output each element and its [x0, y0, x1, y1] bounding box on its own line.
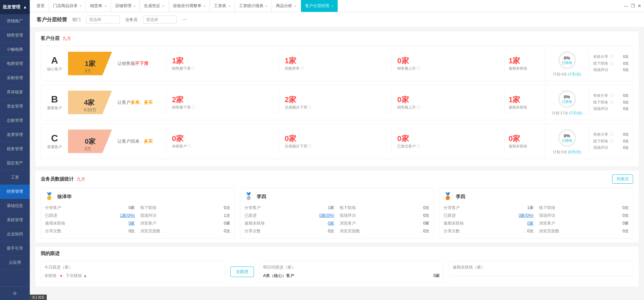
sidebar-item-云应用[interactable]: 云应用	[0, 256, 30, 270]
page-title: 客户分层经营	[37, 17, 67, 23]
staff-stat-val[interactable]: 0家	[527, 221, 534, 226]
stat-row: 现场拜访 0次	[593, 67, 629, 73]
tab-close-icon[interactable]: ×	[162, 4, 164, 8]
stat-row: 线下联络 ⓘ 0次	[593, 60, 629, 67]
circle-text: 0% 已联络	[562, 55, 572, 65]
staff-stat-val: 0次	[423, 213, 430, 218]
sidebar-item-总账管理[interactable]: 总账管理	[0, 114, 30, 128]
contact-num: 0家	[509, 134, 541, 144]
tab-首页[interactable]: 首页	[33, 0, 49, 12]
tomorrow-followup-title: 明日待跟进（家）	[263, 264, 440, 270]
tab-生成凭证[interactable]: 生成凭证×	[140, 0, 169, 12]
tab-close-icon[interactable]: ×	[104, 4, 106, 8]
tab-客户分层经营[interactable]: 客户分层经营×	[301, 0, 338, 12]
stat-label: 线下联络 ⓘ	[593, 99, 614, 106]
sidebar-header: 批发管理 ▲	[0, 0, 30, 14]
tab-店铺管理[interactable]: 店铺管理×	[111, 0, 140, 12]
settings-icon[interactable]: ⚙	[0, 286, 30, 300]
staff-stat-val: 0次	[622, 205, 629, 211]
more-options-icon[interactable]: ···	[182, 17, 187, 23]
tab-bar: 首页门店商品目录×销货单×店铺管理×生成凭证×应收应付调整单×工资表×工资统计报…	[30, 0, 644, 12]
stat-row: 线下联络 ⓘ 0次	[593, 138, 629, 145]
tab-门店商品目录[interactable]: 门店商品目录×	[49, 0, 86, 12]
staff-stat-label: 逾期未联络	[444, 221, 464, 226]
sidebar-item-小畅电商[interactable]: 小畅电商	[0, 43, 30, 57]
sidebar-item-新手引导[interactable]: 新手引导	[0, 241, 30, 256]
staff-stat-val[interactable]: 0家	[328, 221, 334, 226]
tab-工资统计报表[interactable]: 工资统计报表×	[235, 0, 272, 12]
stat-label: 现场拜访	[593, 144, 608, 151]
sidebar-item-销售管理[interactable]: 销售管理	[0, 28, 30, 43]
stat-row: 有效分享 ⓘ 0次	[593, 92, 629, 99]
metric-num: 2家	[285, 95, 386, 105]
list-view-button[interactable]: 列表式	[612, 175, 633, 184]
tab-销货单[interactable]: 销货单×	[86, 0, 111, 12]
staff-stat-val[interactable]: 0家	[129, 221, 135, 226]
tab-close-icon[interactable]: ×	[80, 4, 82, 8]
tab-工资表[interactable]: 工资表×	[210, 0, 235, 12]
circle-plan: 计划 17次 (7天/次)	[552, 111, 582, 116]
staff-select[interactable]: 请选择	[143, 16, 177, 24]
sidebar-item-企业协同[interactable]: 企业协同	[0, 227, 30, 241]
circle-text: 0% 已联络	[562, 94, 572, 104]
sidebar-item-采购管理[interactable]: 采购管理	[0, 71, 30, 85]
dept-select[interactable]: 请选择	[86, 16, 120, 24]
staff-stat-row: 线下联络 0次	[140, 205, 230, 211]
sidebar: 批发管理 ▲ 营销推广销售管理小畅电商电商管理采购管理库存核算资金管理总账管理发…	[0, 0, 30, 300]
circle-plan: 计划 0次 (0天/次)	[553, 149, 581, 155]
stat-val: 0次	[623, 131, 629, 138]
metric-label: 回购异常 ⓘ	[285, 66, 386, 71]
sidebar-item-税务管理[interactable]: 税务管理	[0, 142, 30, 156]
tier-slogan-C: 让客户回来、多买	[112, 136, 166, 147]
staff-stat-label: 线下联络	[539, 205, 555, 211]
sidebar-item-基础信息[interactable]: 基础信息	[0, 199, 30, 213]
tier-slogan-B: 让客户多来、多买	[112, 97, 166, 108]
sidebar-item-系统管理[interactable]: 系统管理	[0, 213, 30, 227]
tier-contact-B: 1家 逾期未联络	[504, 91, 545, 114]
tab-close-icon[interactable]: ×	[228, 4, 230, 8]
staff-card-header: 🥉 李四	[444, 192, 629, 202]
tab-商品分析[interactable]: 商品分析×	[272, 0, 301, 12]
staff-stat-val[interactable]: 1家(0%)	[120, 213, 135, 218]
metric-label: 已激活客户 ⓘ	[397, 144, 499, 149]
staff-stat-val[interactable]: 0家(0%)	[319, 213, 334, 218]
staff-stat-val[interactable]: 0家(0%)	[519, 213, 534, 218]
tab-close-icon[interactable]: ×	[203, 4, 206, 8]
page-content: 客户分层经营 部门 请选择 业务员 请选择 ··· 客户分层 九月 A 核心客户	[30, 12, 644, 300]
sidebar-item-营销推广[interactable]: 营销推广	[0, 14, 30, 28]
staff-card-李四: 🥉 李四 分管客户 1家 线下联络 0次 已跟进 0家(0%) 现场拜访 0次 …	[439, 188, 633, 238]
stat-label: 有效分享 ⓘ	[593, 92, 614, 99]
sidebar-item-资金管理[interactable]: 资金管理	[0, 99, 30, 114]
today-followup-title: 今日跟进（家）	[44, 264, 221, 270]
tab-close-icon[interactable]: ×	[294, 4, 296, 8]
tab-close-icon[interactable]: ×	[331, 4, 334, 8]
window-minimize-icon[interactable]: —	[624, 3, 628, 8]
window-close-icon[interactable]: ✕	[638, 3, 641, 8]
stat-label: 现场拜访	[593, 106, 608, 112]
staff-stat-row: 浏览客户 0家	[140, 221, 230, 226]
sidebar-item-电商管理[interactable]: 电商管理	[0, 57, 30, 71]
staff-stat-row: 线下联络 0次	[539, 205, 629, 211]
stat-val: 0次	[623, 138, 629, 145]
metric-label: 销售额下滑 ⓘ	[172, 66, 274, 71]
staff-stat-label: 浏览页面数	[340, 228, 360, 234]
tab-close-icon[interactable]: ×	[133, 4, 135, 8]
sidebar-item-发票管理[interactable]: 发票管理	[0, 128, 30, 142]
sidebar-item-库存核算[interactable]: 库存核算	[0, 85, 30, 99]
tab-应收应付调整单[interactable]: 应收应付调整单×	[169, 0, 210, 12]
contact-label: 逾期未联络	[509, 144, 541, 149]
staff-stat-val: 1次	[224, 213, 230, 218]
staff-stat-label: 分享次数	[444, 228, 460, 234]
staff-stat-row: 分管客户 1家	[244, 205, 334, 211]
sidebar-collapse-icon[interactable]: ▲	[23, 5, 27, 9]
goto-followup-button[interactable]: 去跟进	[230, 267, 254, 277]
window-restore-icon[interactable]: ❐	[631, 3, 635, 8]
contact-label: 逾期未联络	[509, 105, 541, 110]
sidebar-item-固定资产[interactable]: 固定资产	[0, 156, 30, 170]
tab-close-icon[interactable]: ×	[265, 4, 267, 8]
sidebar-item-经营管理[interactable]: 经营管理	[0, 185, 30, 199]
stat-label: 线下联络 ⓘ	[593, 138, 614, 145]
sidebar-item-工资[interactable]: 工资	[0, 170, 30, 185]
metric-num: 0家	[285, 134, 386, 144]
tier-label-A: A 核心客户	[41, 50, 68, 77]
